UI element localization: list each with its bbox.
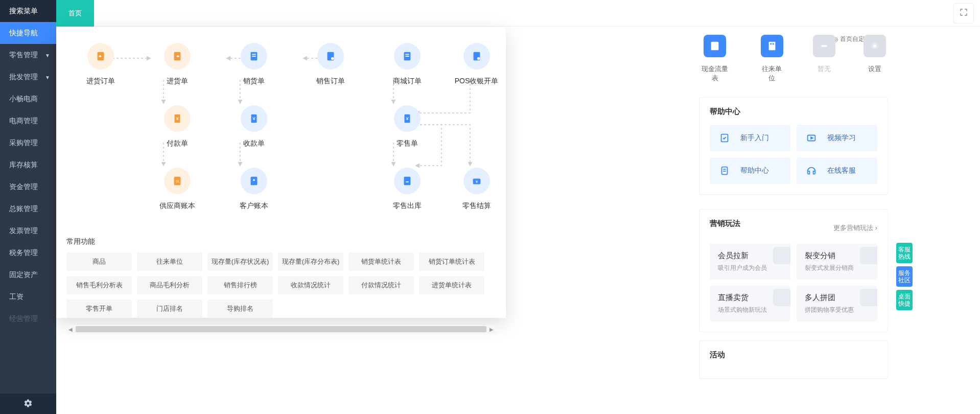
mkt-item-member[interactable]: 会员拉新吸引用户成为会员 bbox=[710, 244, 790, 280]
node-customer-ledger[interactable]: 客户账本 bbox=[227, 168, 281, 211]
svg-rect-42 bbox=[404, 177, 410, 186]
quick-empty[interactable]: 暂无 bbox=[813, 35, 835, 83]
sidebar-item-wholesale[interactable]: 批发管理▼ bbox=[0, 66, 56, 88]
quick-btn[interactable]: 商品 bbox=[66, 252, 132, 271]
horizontal-scrollbar[interactable]: ◀ ▶ bbox=[66, 325, 496, 333]
node-purchase-order[interactable]: 进货订单 bbox=[74, 43, 127, 86]
node-receipt[interactable]: ¥收款单 bbox=[227, 105, 281, 148]
list-icon bbox=[241, 43, 267, 70]
gear-icon bbox=[864, 35, 886, 57]
scroll-left-icon[interactable]: ◀ bbox=[66, 325, 75, 333]
help-support[interactable]: 在线客服 bbox=[797, 157, 877, 184]
quick-label: 暂无 bbox=[813, 64, 835, 74]
svg-rect-0 bbox=[711, 42, 719, 51]
right-column: 现金流量表 往来单位 暂无 设置 帮助中心 新手入门 视频学习 帮助中心 在线客… bbox=[699, 35, 888, 379]
node-label: 销售订单 bbox=[304, 77, 357, 86]
node-payment[interactable]: ¥付款单 bbox=[150, 105, 204, 148]
marketing-title: 营销玩法 bbox=[710, 219, 740, 228]
quicknav-flyout: 进货订单 进货单 销货单 销售订单 商城订单 POS收银开单 ¥付款单 ¥收款单… bbox=[56, 27, 506, 318]
quick-btn[interactable]: 往来单位 bbox=[137, 252, 202, 271]
mkt-item-fission[interactable]: 裂变分销裂变式发展分销商 bbox=[797, 244, 877, 280]
sidebtn-desktop[interactable]: 桌面快捷 bbox=[896, 290, 913, 310]
help-video[interactable]: 视频学习 bbox=[797, 125, 877, 151]
sidebtn-community[interactable]: 服务社区 bbox=[896, 266, 913, 287]
caret-down-icon: ▼ bbox=[45, 66, 50, 88]
quick-btn[interactable]: 导购排名 bbox=[207, 300, 273, 318]
node-label: 进货订单 bbox=[74, 77, 127, 86]
side-floating-buttons: 客服热线 服务社区 桌面快捷 bbox=[896, 243, 913, 310]
svg-text:¥: ¥ bbox=[252, 116, 255, 121]
node-supplier-ledger[interactable]: 供供应商账本 bbox=[150, 168, 204, 211]
topbar: 首页 bbox=[56, 0, 980, 27]
headset-icon bbox=[804, 163, 819, 178]
marketing-more-link[interactable]: 更多营销玩法 › bbox=[833, 223, 877, 233]
svg-point-41 bbox=[253, 179, 255, 181]
ledger-icon: 供 bbox=[164, 168, 191, 194]
scroll-right-icon[interactable]: ▶ bbox=[487, 325, 496, 333]
list-icon bbox=[394, 43, 421, 70]
sidebar-item-label: 批发管理 bbox=[9, 73, 38, 81]
quick-cashflow[interactable]: 现金流量表 bbox=[699, 35, 731, 83]
help-title: 帮助中心 bbox=[710, 107, 877, 117]
mkt-sub: 裂变式发展分销商 bbox=[805, 264, 869, 272]
mkt-sub: 拼团购物享受优惠 bbox=[805, 306, 869, 314]
deco-icon bbox=[773, 289, 790, 306]
quick-btn[interactable]: 销货订单统计表 bbox=[419, 252, 484, 271]
node-retail-out[interactable]: 零售出库 bbox=[380, 168, 434, 211]
doc-out-icon bbox=[164, 43, 191, 70]
quick-btn[interactable]: 付款情况统计 bbox=[348, 276, 414, 294]
quick-partners[interactable]: 往来单位 bbox=[759, 35, 785, 83]
quick-btn[interactable]: 现存量(库存分布表) bbox=[278, 252, 343, 271]
sidebar-item-purchase[interactable]: 采购管理 bbox=[0, 132, 56, 154]
money-icon: ¥ bbox=[241, 105, 267, 132]
scroll-track[interactable] bbox=[76, 326, 486, 332]
quick-btn[interactable]: 销售排行榜 bbox=[207, 276, 273, 294]
sidebtn-hotline[interactable]: 客服热线 bbox=[896, 243, 913, 263]
sidebar-item-manage[interactable]: 经营管理 bbox=[0, 308, 56, 330]
sidebar-item-assets[interactable]: 固定资产 bbox=[0, 264, 56, 286]
sidebar-item-retail[interactable]: 零售管理▼ bbox=[0, 44, 56, 66]
node-sales-order[interactable]: 销售订单 bbox=[304, 43, 357, 86]
node-pos-order[interactable]: POS收银开单 bbox=[450, 43, 503, 86]
quick-btn[interactable]: 收款情况统计 bbox=[278, 276, 343, 294]
fullscreen-button[interactable] bbox=[953, 3, 974, 24]
node-label: 零售结算 bbox=[450, 201, 503, 211]
node-retail-settle[interactable]: ¥零售结算 bbox=[450, 168, 503, 211]
svg-rect-2 bbox=[770, 43, 772, 45]
help-center[interactable]: 帮助中心 bbox=[710, 157, 790, 184]
tab-home[interactable]: 首页 bbox=[56, 0, 94, 27]
node-sales-receipt[interactable]: 销货单 bbox=[227, 43, 281, 86]
quick-btn[interactable]: 现存量(库存状况表) bbox=[207, 252, 273, 271]
report-icon bbox=[704, 35, 726, 57]
quick-btn[interactable]: 进货单统计表 bbox=[419, 276, 484, 294]
quick-settings[interactable]: 设置 bbox=[864, 35, 886, 83]
help-label: 视频学习 bbox=[827, 133, 856, 143]
node-retail[interactable]: ¥零售单 bbox=[380, 105, 434, 148]
quick-btn[interactable]: 商品毛利分析 bbox=[137, 276, 202, 294]
node-mall-order[interactable]: 商城订单 bbox=[380, 43, 434, 86]
sidebar-settings-button[interactable] bbox=[0, 394, 56, 414]
doc-back-icon bbox=[87, 43, 114, 70]
sidebar-item-invoice[interactable]: 发票管理 bbox=[0, 220, 56, 242]
quick-label: 设置 bbox=[864, 64, 886, 74]
sidebar-item-inventory[interactable]: 库存核算 bbox=[0, 154, 56, 176]
svg-text:¥: ¥ bbox=[405, 116, 409, 121]
quick-btn[interactable]: 销售毛利分析表 bbox=[66, 276, 132, 294]
quick-btn[interactable]: 零售开单 bbox=[66, 300, 132, 318]
node-label: 零售单 bbox=[380, 139, 434, 148]
sidebar-search[interactable]: 搜索菜单 bbox=[0, 0, 56, 22]
sidebar-item-ledger[interactable]: 总账管理 bbox=[0, 198, 56, 220]
quick-btn[interactable]: 销货单统计表 bbox=[348, 252, 414, 271]
sidebar-item-ecom[interactable]: 电商管理 bbox=[0, 110, 56, 132]
mkt-item-groupbuy[interactable]: 多人拼团拼团购物享受优惠 bbox=[797, 286, 877, 321]
quick-btn[interactable]: 门店排名 bbox=[137, 300, 202, 318]
mkt-item-live[interactable]: 直播卖货场景式购物新玩法 bbox=[710, 286, 790, 321]
sidebar-item-quicknav[interactable]: 快捷导航 bbox=[0, 22, 56, 44]
svg-point-26 bbox=[331, 57, 334, 60]
help-starter[interactable]: 新手入门 bbox=[710, 125, 790, 151]
sidebar-item-funds[interactable]: 资金管理 bbox=[0, 176, 56, 198]
sidebar-item-tax[interactable]: 税务管理 bbox=[0, 242, 56, 264]
sidebar-item-xceshop[interactable]: 小畅电商 bbox=[0, 88, 56, 110]
node-purchase-receipt[interactable]: 进货单 bbox=[150, 43, 204, 86]
sidebar-item-salary[interactable]: 工资 bbox=[0, 286, 56, 308]
